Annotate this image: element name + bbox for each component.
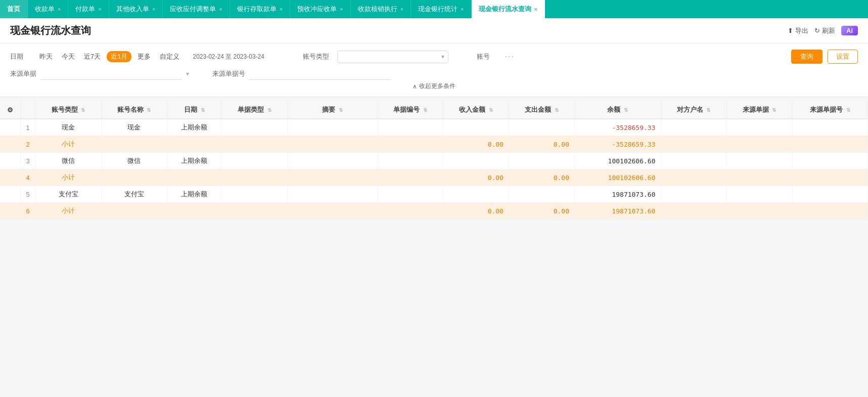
account-type-col-header[interactable]: 账号类型 ⇅ [35, 101, 101, 119]
nav-cash-stat[interactable]: 现金银行统计 × [411, 0, 471, 18]
near1m-btn[interactable]: 近1月 [107, 51, 131, 62]
nav-payment[interactable]: 付款单 × [68, 0, 109, 18]
nav-cash-stat-close[interactable]: × [461, 6, 464, 12]
account-type-label: 账号类型 [303, 52, 329, 61]
row-expense [509, 186, 574, 203]
num-col-header [20, 101, 35, 119]
settings-col-header[interactable]: ⚙ [0, 101, 20, 119]
row-source-doc [726, 186, 792, 203]
income-col-header[interactable]: 收入金额 ⇅ [443, 101, 509, 119]
row-date: 上期余额 [167, 153, 221, 169]
query-button[interactable]: 查询 [791, 50, 823, 64]
row-account-type: 小计 [35, 136, 101, 153]
nav-bank-deposit[interactable]: 银行存取款单 × [230, 0, 290, 18]
nav-ar-ap-close[interactable]: × [219, 6, 222, 12]
nav-other-income-close[interactable]: × [152, 6, 155, 12]
row-settings-cell [0, 119, 20, 136]
row-counterpart [661, 136, 726, 153]
nav-writeoff-close[interactable]: × [400, 6, 403, 12]
balance-col-label: 余额 [607, 106, 620, 113]
doc-type-col-label: 单据类型 [238, 106, 264, 113]
row-doc-type [221, 119, 287, 136]
income-col-label: 收入金额 [459, 106, 485, 113]
row-doc-number [377, 203, 443, 219]
row-num-cell: 6 [20, 203, 35, 219]
nav-receipt[interactable]: 收款单 × [28, 0, 68, 18]
nav-payment-close[interactable]: × [98, 6, 101, 12]
expense-col-header[interactable]: 支出金额 ⇅ [509, 101, 574, 119]
row-balance: -3528659.33 [574, 136, 661, 153]
nav-bank-deposit-close[interactable]: × [280, 6, 283, 12]
nav-home[interactable]: 首页 [0, 0, 28, 18]
custom-btn[interactable]: 自定义 [157, 51, 182, 62]
row-balance: 19871073.60 [574, 186, 661, 203]
refresh-button[interactable]: ↻ 刷新 [814, 26, 835, 35]
row-settings-cell [0, 203, 20, 219]
nav-writeoff[interactable]: 收款核销执行 × [351, 0, 411, 18]
row-source-doc-num [792, 136, 867, 153]
source-doc-col-label: 来源单据 [743, 106, 769, 113]
account-dots-button[interactable]: ··· [503, 52, 517, 61]
doc-number-col-header[interactable]: 单据编号 ⇅ [377, 101, 443, 119]
doc-number-sort-icon: ⇅ [423, 107, 427, 113]
account-name-col-header[interactable]: 账号名称 ⇅ [101, 101, 167, 119]
source-doc-num-col-label: 来源单据号 [810, 106, 843, 113]
doc-number-col-label: 单据编号 [393, 106, 420, 113]
account-type-sort-icon: ⇅ [81, 107, 85, 113]
export-button[interactable]: ⬆ 导出 [788, 26, 808, 35]
filter-row-1: 日期 昨天 今天 近7天 近1月 更多 自定义 2023-02-24 至 202… [10, 50, 858, 64]
table-row: 4 小计 0.00 0.00 100102606.60 [0, 169, 868, 186]
row-doc-number [377, 186, 443, 203]
date-sort-icon: ⇅ [201, 107, 205, 113]
summary-sort-icon: ⇅ [339, 107, 343, 113]
source-doc-num-col-header[interactable]: 来源单据号 ⇅ [792, 101, 867, 119]
collapse-label: 收起更多条件 [419, 82, 455, 91]
nav-receipt-close[interactable]: × [58, 6, 61, 12]
row-account-type: 支付宝 [35, 186, 101, 203]
row-num-cell: 3 [20, 153, 35, 169]
yesterday-btn[interactable]: 昨天 [36, 51, 56, 62]
table-row: 1 现金 现金 上期余额 -3528659.33 [0, 119, 868, 136]
nav-ar-ap-adjust[interactable]: 应收应付调整单 × [163, 0, 230, 18]
date-col-header[interactable]: 日期 ⇅ [167, 101, 221, 119]
row-income: 0.00 [443, 169, 509, 186]
nav-cash-flow-close[interactable]: × [534, 6, 537, 12]
collapse-icon: ∧ [413, 83, 417, 90]
row-income: 0.00 [443, 203, 509, 219]
table-row: 2 小计 0.00 0.00 -3528659.33 [0, 136, 868, 153]
today-btn[interactable]: 今天 [59, 51, 78, 62]
nav-other-income[interactable]: 其他收入单 × [109, 0, 163, 18]
row-date: 上期余额 [167, 186, 221, 203]
date-col-label: 日期 [184, 106, 197, 113]
nav-prepaid[interactable]: 预收冲应收单 × [290, 0, 350, 18]
summary-col-header[interactable]: 摘要 ⇅ [287, 101, 377, 119]
row-expense: 0.00 [509, 203, 574, 219]
top-navigation: 首页 收款单 × 付款单 × 其他收入单 × 应收应付调整单 × 银行存取款单 … [0, 0, 868, 18]
row-doc-number [377, 169, 443, 186]
row-source-doc-num [792, 119, 867, 136]
row-num-cell: 4 [20, 169, 35, 186]
balance-col-header[interactable]: 余额 ⇅ [574, 101, 661, 119]
collapse-bar[interactable]: ∧ 收起更多条件 [10, 80, 858, 93]
settings-button[interactable]: 设置 [828, 50, 858, 64]
account-type-select[interactable]: 现金 微信 支付宝 [337, 51, 448, 63]
row-settings-cell [0, 169, 20, 186]
row-doc-type [221, 169, 287, 186]
counterpart-col-header[interactable]: 对方户名 ⇅ [661, 101, 726, 119]
filter-row-2: 来源单据 ▾ 来源单据号 [10, 68, 858, 80]
refresh-label: 刷新 [822, 26, 835, 35]
row-expense [509, 153, 574, 169]
nav-cash-flow[interactable]: 现金银行流水查询 × [472, 0, 545, 18]
row-settings-cell [0, 186, 20, 203]
source-doc-col-header[interactable]: 来源单据 ⇅ [726, 101, 792, 119]
ai-badge[interactable]: Ai [841, 26, 858, 35]
source-doc-select[interactable] [40, 68, 182, 80]
near7-btn[interactable]: 近7天 [81, 51, 104, 62]
more-btn[interactable]: 更多 [134, 51, 154, 62]
nav-receipt-label: 收款单 [35, 5, 55, 14]
nav-prepaid-close[interactable]: × [340, 6, 343, 12]
row-balance: -3528659.33 [574, 119, 661, 136]
doc-type-col-header[interactable]: 单据类型 ⇅ [221, 101, 287, 119]
nav-ar-ap-label: 应收应付调整单 [170, 5, 216, 14]
source-doc-number-input[interactable] [249, 68, 391, 80]
